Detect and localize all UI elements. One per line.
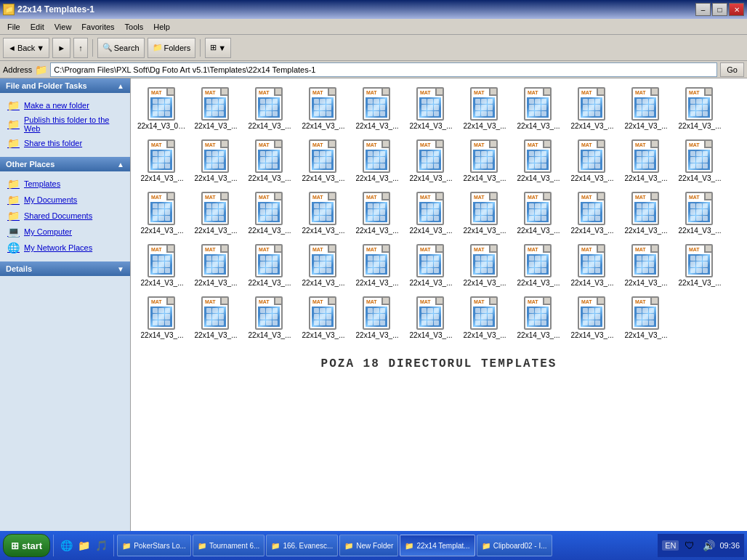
file-item[interactable]: MAT 22x14_V3_... (298, 189, 349, 238)
file-item[interactable]: MAT 22x14_V3_... (244, 137, 295, 186)
back-button[interactable]: ◄ Back ▼ (3, 38, 49, 58)
taskbar-item-templates-window[interactable]: 📁22x14 Templat... (400, 535, 475, 556)
close-button[interactable]: ✕ (729, 3, 744, 16)
sidebar-item-share-folder[interactable]: 📁 Share this folder (3, 135, 127, 151)
file-item[interactable]: MAT 22x14_V3_... (137, 241, 187, 291)
menu-edit[interactable]: Edit (26, 21, 49, 33)
sidebar-item-my-network-places[interactable]: 🌐 My Network Places (3, 240, 127, 256)
sidebar-item-shared-documents[interactable]: 📁 Shared Documents (3, 208, 127, 224)
file-item[interactable]: MAT 22x14_V3_... (352, 241, 403, 291)
file-item[interactable]: MAT 22x14_V3_... (137, 137, 187, 186)
file-item[interactable]: MAT 22x14_V3_... (244, 84, 295, 134)
maximize-button[interactable]: □ (712, 3, 727, 16)
file-item[interactable]: MAT 22x14_V3_... (459, 241, 510, 291)
file-item[interactable]: MAT 22x14_V3_... (137, 293, 187, 343)
file-item[interactable]: MAT 22x14_V3_... (621, 189, 671, 238)
file-item[interactable]: MAT 22x14_V3_... (405, 241, 456, 291)
file-item[interactable]: MAT 22x14_V3_... (674, 137, 725, 186)
file-item[interactable]: MAT 22x14_V3_... (405, 293, 456, 343)
file-icon-content (688, 254, 710, 275)
taskbar-item-new-folder[interactable]: 📁New Folder (339, 535, 398, 556)
file-item[interactable]: MAT 22x14_V3_... (567, 241, 618, 291)
file-item[interactable]: MAT 22x14_V3_... (567, 137, 618, 186)
file-item[interactable]: MAT 22x14_V3_... (352, 293, 403, 343)
file-item[interactable]: MAT 22x14_V3_... (513, 241, 564, 291)
taskbar-item-clipboard[interactable]: 📁Clipboard02 - I... (477, 535, 552, 556)
file-item[interactable]: MAT 22x14_V3_... (674, 241, 725, 291)
view-dropdown-icon[interactable]: ▼ (218, 44, 226, 52)
file-item[interactable]: MAT 22x14_V3_... (459, 137, 510, 186)
mat-label: MAT (366, 90, 378, 95)
file-item[interactable]: MAT 22x14_V3_... (513, 293, 564, 343)
sidebar-item-make-new-folder[interactable]: 📁 Make a new folder (3, 97, 127, 113)
quick-launch-media[interactable]: 🎵 (93, 537, 109, 553)
file-item[interactable]: MAT 22x14_V3_... (190, 137, 241, 186)
back-dropdown-icon[interactable]: ▼ (36, 44, 44, 52)
menu-view[interactable]: View (50, 21, 76, 33)
taskbar-speaker-icon[interactable]: 🔊 (700, 537, 716, 553)
file-item[interactable]: MAT 22x14_V3_... (137, 189, 187, 238)
menu-file[interactable]: File (3, 21, 25, 33)
file-folder-tasks-header[interactable]: File and Folder Tasks ▲ (0, 78, 130, 93)
file-item[interactable]: MAT 22x14_V3_... (298, 137, 349, 186)
file-item[interactable]: MAT 22x14_V3_... (352, 84, 403, 134)
file-item[interactable]: MAT 22x14_V3_... (352, 137, 403, 186)
forward-arrow-icon: ► (57, 44, 65, 52)
file-item[interactable]: MAT 22x14_V3_... (298, 84, 349, 134)
quick-launch-explorer[interactable]: 📁 (76, 537, 92, 553)
go-button[interactable]: Go (720, 62, 744, 77)
sidebar-item-my-computer[interactable]: 💻 My Computer (3, 224, 127, 240)
file-item[interactable]: MAT 22x14_V3_... (567, 293, 618, 343)
file-item[interactable]: MAT 22x14_V3_... (674, 189, 725, 238)
file-item[interactable]: MAT 22x14_V3_... (621, 241, 671, 291)
content-area[interactable]: MAT 22x14_V3_01.mat (131, 78, 747, 531)
file-item[interactable]: MAT 22x14_V3_... (244, 241, 295, 291)
file-item[interactable]: MAT 22x14_V3_... (405, 137, 456, 186)
file-item[interactable]: MAT 22x14_V3_... (513, 84, 564, 134)
sidebar-item-my-documents[interactable]: 📁 My Documents (3, 192, 127, 208)
file-item[interactable]: MAT 22x14_V3_... (352, 189, 403, 238)
start-button[interactable]: ⊞ start (3, 534, 50, 557)
file-item[interactable]: MAT 22x14_V3_... (298, 241, 349, 291)
file-item[interactable]: MAT 22x14_V3_... (190, 293, 241, 343)
file-item[interactable]: MAT 22x14_V3_... (190, 84, 241, 134)
forward-button[interactable]: ► (52, 38, 70, 58)
up-button[interactable]: ↑ (73, 38, 88, 58)
taskbar-item-evanescence[interactable]: 📁166. Evanesc... (266, 535, 338, 556)
file-item[interactable]: MAT 22x14_V3_01.mat (137, 84, 187, 134)
file-item[interactable]: MAT 22x14_V3_... (567, 84, 618, 134)
minimize-button[interactable]: – (695, 3, 711, 16)
menu-tools[interactable]: Tools (121, 21, 148, 33)
sidebar-item-templates[interactable]: 📁 Templates (3, 176, 127, 192)
file-item[interactable]: MAT 22x14_V3_... (244, 189, 295, 238)
file-item[interactable]: MAT 22x14_V3_... (513, 137, 564, 186)
file-item[interactable]: MAT 22x14_V3_... (621, 84, 671, 134)
taskbar-item-pokerstars[interactable]: 📁PokerStars Lo... (117, 535, 191, 556)
file-item[interactable]: MAT 22x14_V3_... (621, 293, 671, 343)
view-button[interactable]: ⊞ ▼ (205, 38, 231, 58)
file-item[interactable]: MAT 22x14_V3_... (298, 293, 349, 343)
file-item[interactable]: MAT 22x14_V3_... (405, 84, 456, 134)
file-item[interactable]: MAT 22x14_V3_... (621, 137, 671, 186)
menu-favorites[interactable]: Favorites (77, 21, 118, 33)
file-item[interactable]: MAT 22x14_V3_... (244, 293, 295, 343)
sidebar-item-publish-to-web[interactable]: 📁 Publish this folder to the Web (3, 113, 127, 135)
file-item[interactable]: MAT 22x14_V3_... (459, 84, 510, 134)
file-item[interactable]: MAT 22x14_V3_... (674, 84, 725, 134)
search-button[interactable]: 🔍 Search (97, 38, 145, 58)
address-input[interactable] (50, 62, 717, 77)
file-item[interactable]: MAT 22x14_V3_... (405, 189, 456, 238)
details-header[interactable]: Details ▼ (0, 261, 130, 276)
menu-help[interactable]: Help (149, 21, 174, 33)
file-item[interactable]: MAT 22x14_V3_... (190, 241, 241, 291)
other-places-header[interactable]: Other Places ▲ (0, 157, 130, 171)
folders-button[interactable]: 📁 Folders (148, 38, 196, 58)
file-item[interactable]: MAT 22x14_V3_... (190, 189, 241, 238)
file-name: 22x14_V3_... (249, 227, 291, 235)
file-item[interactable]: MAT 22x14_V3_... (567, 189, 618, 238)
file-item[interactable]: MAT 22x14_V3_... (513, 189, 564, 238)
file-item[interactable]: MAT 22x14_V3_... (459, 189, 510, 238)
taskbar-item-tournament[interactable]: 📁Tournament 6... (193, 535, 265, 556)
file-item[interactable]: MAT 22x14_V3_... (459, 293, 510, 343)
quick-launch-ie[interactable]: 🌐 (58, 537, 74, 553)
